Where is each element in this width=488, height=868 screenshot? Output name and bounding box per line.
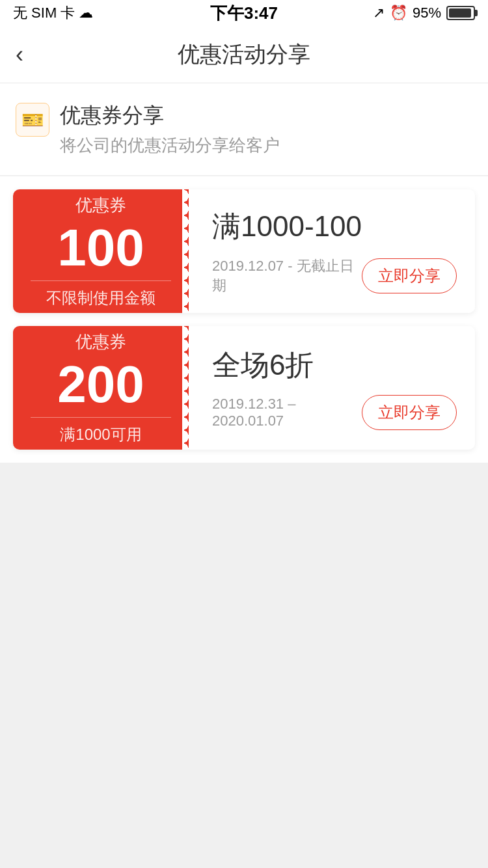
coupon-label-2: 优惠券	[75, 331, 126, 353]
alarm-icon: ⏰	[390, 5, 407, 21]
battery-icon	[446, 6, 475, 20]
coupon-date-1: 2019.12.07 - 无截止日期	[212, 256, 362, 295]
empty-area	[0, 463, 488, 821]
coupon-footer-2: 2019.12.31 – 2020.01.07 立即分享	[212, 395, 457, 430]
nav-bar: ‹ 优惠活动分享	[0, 26, 488, 83]
status-bar: 无 SIM 卡 ☁ 下午3:47 ↗ ⏰ 95%	[0, 0, 488, 26]
section-header: 🎫 优惠券分享 将公司的优惠活动分享给客户	[0, 83, 488, 175]
coupon-left-2: 优惠券 200 满1000可用	[13, 326, 189, 450]
location-icon: ↗	[373, 5, 385, 21]
status-right: ↗ ⏰ 95%	[373, 5, 475, 21]
back-button[interactable]: ‹	[16, 43, 23, 66]
coupon-right-1: 满1000-100 2019.12.07 - 无截止日期 立即分享	[189, 189, 475, 313]
battery-fill	[449, 8, 471, 18]
coupon-footer-1: 2019.12.07 - 无截止日期 立即分享	[212, 256, 457, 295]
status-left: 无 SIM 卡 ☁	[13, 3, 93, 23]
coupon-amount-1: 100	[57, 222, 144, 274]
coupon-card-2: 优惠券 200 满1000可用 全场6折 2019.12.31 – 2020.0…	[13, 326, 475, 450]
coupon-name-2: 全场6折	[212, 346, 457, 385]
coupon-condition-1: 不限制使用金额	[40, 288, 162, 308]
share-button-2[interactable]: 立即分享	[362, 395, 457, 430]
coupon-condition-2: 满1000可用	[53, 424, 148, 445]
share-button-1[interactable]: 立即分享	[362, 258, 457, 293]
sim-status: 无 SIM 卡 ☁	[13, 3, 93, 23]
status-time: 下午3:47	[210, 2, 278, 25]
coupon-card-1: 优惠券 100 不限制使用金额 满1000-100 2019.12.07 - 无…	[13, 189, 475, 313]
coupon-date-2: 2019.12.31 – 2020.01.07	[212, 396, 362, 429]
coupon-icon: 🎫	[16, 103, 49, 137]
coupon-label-1: 优惠券	[75, 194, 126, 217]
coupon-divider-1	[31, 280, 171, 281]
coupon-name-1: 满1000-100	[212, 208, 457, 246]
section-text: 优惠券分享 将公司的优惠活动分享给客户	[60, 102, 280, 157]
section-title: 优惠券分享	[60, 102, 280, 130]
page-title: 优惠活动分享	[178, 40, 310, 70]
coupon-right-2: 全场6折 2019.12.31 – 2020.01.07 立即分享	[189, 326, 475, 450]
coupon-divider-2	[31, 417, 171, 418]
coupon-amount-2: 200	[57, 359, 144, 411]
coupon-left-1: 优惠券 100 不限制使用金额	[13, 189, 189, 313]
coupon-list: 优惠券 100 不限制使用金额 满1000-100 2019.12.07 - 无…	[0, 176, 488, 463]
battery-percent: 95%	[413, 5, 441, 21]
section-subtitle: 将公司的优惠活动分享给客户	[60, 134, 280, 157]
